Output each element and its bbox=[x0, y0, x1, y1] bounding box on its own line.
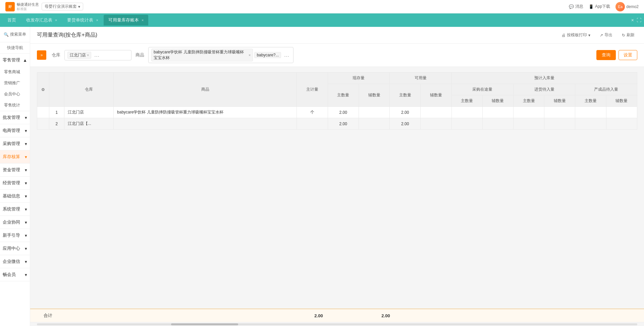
sidebar-group-basic-header[interactable]: 基础信息 ▾ bbox=[0, 190, 30, 202]
settings-btn[interactable]: 设置 bbox=[619, 50, 637, 60]
search-menu-btn[interactable]: 🔍 搜索菜单 bbox=[3, 30, 27, 39]
app-download-btn[interactable]: 📱 App下载 bbox=[589, 4, 610, 9]
row2-setting bbox=[37, 118, 49, 130]
row1-production-main bbox=[575, 107, 606, 118]
message-btn[interactable]: 💬 消息 bbox=[569, 4, 583, 9]
sidebar-group-member-header[interactable]: 畅会员 ▾ bbox=[0, 268, 30, 281]
fullscreen-btn[interactable]: ⛶ bbox=[637, 17, 641, 23]
sidebar-item-quick-nav[interactable]: 快捷导航 bbox=[0, 42, 30, 54]
row1-stock-aux bbox=[359, 107, 389, 118]
table-header-row-1: ⚙ 仓库 商品 主计量 现存量 可用量 预计入库量 bbox=[37, 73, 637, 84]
logo-area: 好 畅捷通好生意 标准版 bbox=[5, 2, 39, 11]
row1-available-aux bbox=[421, 107, 451, 118]
user-profile-btn[interactable]: Ea demo2 bbox=[615, 2, 639, 11]
col-production-aux: 辅数量 bbox=[606, 95, 637, 107]
logo-text: 畅捷通好生意 标准版 bbox=[17, 2, 39, 11]
close-all-tabs-btn[interactable]: × bbox=[631, 17, 634, 23]
search-icon: 🔍 bbox=[4, 32, 9, 37]
template-print-btn[interactable]: 🖨 按模板打印 ▾ bbox=[559, 31, 593, 39]
col-inbound-group: 进货待入量 bbox=[514, 84, 575, 95]
sidebar-search-area: 🔍 搜索菜单 bbox=[0, 27, 30, 42]
download-icon: 📱 bbox=[589, 4, 594, 9]
double-right-icon: » bbox=[41, 53, 43, 57]
sidebar-group-appstore-header[interactable]: 应用中心 ▾ bbox=[0, 242, 30, 255]
sidebar-item-marketing[interactable]: 营销推广 bbox=[0, 78, 30, 89]
footer-label: 合计 bbox=[37, 313, 104, 319]
export-btn[interactable]: ↗ 导出 bbox=[597, 31, 615, 39]
product-tag-close-1[interactable]: × bbox=[249, 53, 251, 57]
chevron-down-icon: ▾ bbox=[25, 128, 27, 133]
sidebar-group-enterprise-header[interactable]: 企业协同 ▾ bbox=[0, 216, 30, 229]
row2-unit bbox=[297, 118, 328, 130]
refresh-icon: ↻ bbox=[622, 33, 625, 38]
product-more-btn[interactable]: … bbox=[282, 52, 290, 58]
horizontal-scrollbar[interactable] bbox=[30, 322, 644, 326]
table-footer: 合计 2.00 2.00 bbox=[30, 309, 644, 322]
sidebar-group-guide-header[interactable]: 新手引导 ▾ bbox=[0, 229, 30, 242]
col-stock-main: 主数量 bbox=[328, 84, 359, 107]
settings-icon[interactable]: ⚙ bbox=[41, 87, 45, 92]
row1-stock-main: 2.00 bbox=[328, 107, 359, 118]
table-row: 1 江北门店 babycare学饮杯 儿童防摔防撞吸管杯重力球吸嘴杯宝宝水杯 个… bbox=[37, 107, 637, 118]
col-available-group: 可用量 bbox=[390, 73, 451, 84]
warehouse-filter-input[interactable]: 江北门店 × … bbox=[64, 50, 131, 60]
sidebar-group-ecommerce-header[interactable]: 电商管理 ▾ bbox=[0, 124, 30, 137]
print-icon: 🖨 bbox=[561, 33, 566, 38]
chevron-down-icon: ▾ bbox=[25, 115, 27, 120]
tab-available-stock[interactable]: 可用量库存账本 × bbox=[104, 15, 148, 26]
refresh-btn[interactable]: ↻ 刷新 bbox=[619, 31, 637, 39]
sidebar-item-members[interactable]: 会员中心 bbox=[0, 89, 30, 100]
row2-seq: 2 bbox=[49, 118, 64, 130]
tab-order-stats[interactable]: 要货单统计表 × bbox=[62, 15, 103, 26]
col-seq bbox=[49, 73, 64, 107]
product-filter-input[interactable]: babycare学饮杯 儿童防摔防撞吸管杯重力球吸嘴杯宝宝水杯 × babyca… bbox=[148, 47, 293, 63]
sidebar-group-wholesale-header[interactable]: 批发管理 ▾ bbox=[0, 111, 30, 124]
filter-toggle-btn[interactable]: » bbox=[37, 50, 46, 60]
tab-close-collect[interactable]: × bbox=[55, 18, 57, 22]
col-production-group: 产成品待入量 bbox=[575, 84, 637, 95]
tab-home[interactable]: 首页 bbox=[3, 15, 21, 26]
logo-icon: 好 bbox=[5, 2, 15, 11]
sidebar: 🔍 搜索菜单 快捷导航 零售管理 ▲ 零售商城 营销推广 会员中心 零售统计 bbox=[0, 27, 30, 326]
col-stock-aux: 辅数量 bbox=[359, 84, 389, 107]
sidebar-group-operations-header[interactable]: 经营管理 ▾ bbox=[0, 177, 30, 189]
sidebar-group-guide: 新手引导 ▾ bbox=[0, 229, 30, 242]
row2-available-main: 2.00 bbox=[390, 118, 421, 130]
sidebar-group-system-header[interactable]: 系统管理 ▾ bbox=[0, 203, 30, 216]
col-setting: ⚙ bbox=[37, 73, 49, 107]
sidebar-group-retail-header[interactable]: 零售管理 ▲ bbox=[0, 54, 30, 66]
tab-close-order-stats[interactable]: × bbox=[96, 18, 98, 22]
page-actions: 🖨 按模板打印 ▾ ↗ 导出 ↻ 刷新 bbox=[559, 31, 637, 39]
row1-warehouse: 江北门店 bbox=[64, 107, 113, 118]
chevron-down-icon: ▾ bbox=[25, 207, 27, 212]
sidebar-group-wholesale: 批发管理 ▾ bbox=[0, 111, 30, 124]
chevron-down-icon: ▾ bbox=[25, 141, 27, 146]
tab-close-available-stock[interactable]: × bbox=[142, 18, 144, 22]
sidebar-group-purchase: 采购管理 ▾ bbox=[0, 137, 30, 150]
row1-product: babycare学饮杯 儿童防摔防撞吸管杯重力球吸嘴杯宝宝水杯 bbox=[114, 107, 297, 118]
sidebar-group-wechat-header[interactable]: 企业微信 ▾ bbox=[0, 255, 30, 268]
chevron-down-icon: ▾ bbox=[25, 246, 27, 251]
sidebar-group-operations: 经营管理 ▾ bbox=[0, 177, 30, 190]
warehouse-more-btn[interactable]: … bbox=[93, 52, 101, 58]
sidebar-group-basic: 基础信息 ▾ bbox=[0, 190, 30, 203]
scroll-thumb[interactable] bbox=[171, 323, 238, 325]
row1-available-main: 2.00 bbox=[390, 107, 421, 118]
query-btn[interactable]: 查询 bbox=[596, 50, 616, 60]
sidebar-group-system: 系统管理 ▾ bbox=[0, 203, 30, 216]
row1-setting bbox=[37, 107, 49, 118]
row2-production-main bbox=[575, 118, 606, 130]
sidebar-group-purchase-header[interactable]: 采购管理 ▾ bbox=[0, 137, 30, 150]
sidebar-item-retail-mall[interactable]: 零售商城 bbox=[0, 66, 30, 78]
industry-selector[interactable]: 母婴行业演示账套 ▾ bbox=[42, 3, 83, 10]
warehouse-tag-close-1[interactable]: × bbox=[87, 53, 89, 57]
col-available-main: 主数量 bbox=[390, 84, 421, 107]
sidebar-group-finance-header[interactable]: 资金管理 ▾ bbox=[0, 164, 30, 176]
message-icon: 💬 bbox=[569, 4, 574, 9]
sidebar-group-inventory-header[interactable]: 库存核算 ▾ bbox=[0, 150, 30, 163]
avatar: Ea bbox=[615, 2, 625, 11]
row2-inbound-aux bbox=[544, 118, 575, 130]
sidebar-group-appstore: 应用中心 ▾ bbox=[0, 242, 30, 255]
sidebar-item-retail-stats[interactable]: 零售统计 bbox=[0, 100, 30, 111]
tab-collect[interactable]: 收发存汇总表 × bbox=[21, 15, 62, 26]
